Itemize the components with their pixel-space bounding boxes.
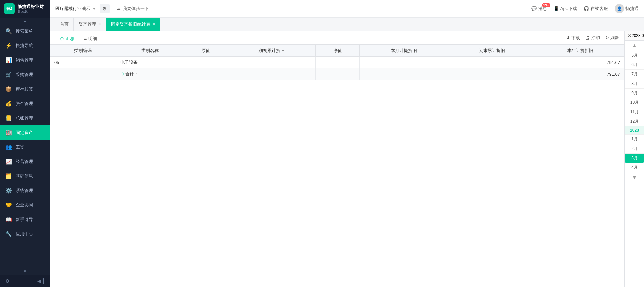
refresh-button[interactable]: ↻ 刷新 bbox=[605, 35, 619, 41]
total-cell-5 bbox=[360, 68, 448, 80]
notification-badge: 99+ bbox=[542, 3, 550, 7]
gear-button[interactable]: ⚙ bbox=[100, 4, 110, 13]
tabs-bar: 首页资产管理✕固定资产折旧统计表✕ bbox=[50, 18, 644, 31]
date-month-prev-1[interactable]: 6月 bbox=[625, 60, 644, 70]
app-name: 畅捷通好业财 bbox=[18, 4, 44, 9]
date-month-curr-2[interactable]: 3月 bbox=[625, 154, 644, 163]
sidebar-item-搜索菜单[interactable]: 🔍搜索菜单 bbox=[0, 24, 50, 38]
sidebar-item-销售管理[interactable]: 📊销售管理 bbox=[0, 53, 50, 67]
right-panel: ✕ 2023.03 ⤢ ▲5月6月7月8月9月10月11月12月20231月2月… bbox=[624, 31, 644, 287]
sidebar-icon-8: 👥 bbox=[5, 144, 12, 150]
date-month-prev-0[interactable]: 5月 bbox=[625, 51, 644, 60]
sidebar-item-工资[interactable]: 👥工资 bbox=[0, 140, 50, 154]
tab-2[interactable]: 固定资产折旧统计表✕ bbox=[106, 18, 160, 31]
panel-scroll-down-button[interactable]: ▼ bbox=[625, 172, 644, 183]
tab-close-1[interactable]: ✕ bbox=[98, 22, 101, 26]
tab-1[interactable]: 资产管理✕ bbox=[74, 18, 106, 31]
online-service-button[interactable]: 🎧 在线客服 bbox=[584, 6, 608, 12]
company-name: 医疗器械行业演示 bbox=[55, 6, 90, 12]
sidebar-item-总账管理[interactable]: 📒总账管理 bbox=[0, 111, 50, 125]
col-header-6: 期末累计折旧 bbox=[448, 45, 536, 57]
tab-0[interactable]: 首页 bbox=[55, 18, 74, 31]
experience-button[interactable]: ☁ 我要体验一下 bbox=[116, 6, 149, 12]
cell-0-3 bbox=[227, 57, 316, 68]
date-month-prev-4[interactable]: 9月 bbox=[625, 89, 644, 98]
sidebar-item-企业协同[interactable]: 🤝企业协同 bbox=[0, 198, 50, 212]
sidebar-item-应用中心[interactable]: 🔧应用中心 bbox=[0, 227, 50, 241]
sub-tab-汇总[interactable]: ⊙汇总 bbox=[55, 34, 79, 44]
company-chevron-icon: ▼ bbox=[92, 7, 96, 11]
date-year-label[interactable]: 2023 bbox=[625, 126, 644, 135]
cell-0-4 bbox=[316, 57, 360, 68]
sidebar-item-经营管理[interactable]: 📈经营管理 bbox=[0, 154, 50, 169]
table-row: 05电子设备791.67 bbox=[50, 57, 624, 68]
company-selector[interactable]: 医疗器械行业演示 ▼ bbox=[55, 6, 96, 12]
sidebar-label-6: 总账管理 bbox=[16, 115, 33, 121]
panel-date-scroll[interactable]: ▲5月6月7月8月9月10月11月12月20231月2月3月4月▼ bbox=[625, 41, 644, 287]
cell-0-2 bbox=[184, 57, 227, 68]
sidebar-label-7: 固定资产 bbox=[16, 130, 33, 136]
sidebar-item-新手引导[interactable]: 📖新手引导 bbox=[0, 212, 50, 227]
sidebar-item-资金管理[interactable]: 💰资金管理 bbox=[0, 96, 50, 111]
sidebar-label-10: 基础信息 bbox=[16, 173, 33, 179]
sidebar-item-快捷导航[interactable]: ⚡快捷导航 bbox=[0, 38, 50, 53]
download-button[interactable]: ⬇ 下载 bbox=[566, 35, 580, 41]
sidebar-label-1: 快捷导航 bbox=[16, 43, 33, 49]
topbar-actions: 💬 消息 99+ 📱 App下载 🎧 在线客服 👤 畅捷通 bbox=[531, 4, 639, 13]
total-expand-icon[interactable]: ⊕ bbox=[120, 71, 124, 76]
sidebar-icon-5: 💰 bbox=[5, 100, 12, 107]
topbar: 医疗器械行业演示 ▼ ⚙ ☁ 我要体验一下 💬 消息 99+ 📱 App下载 🎧… bbox=[50, 0, 644, 18]
date-month-prev-5[interactable]: 10月 bbox=[625, 98, 644, 107]
app-download-label: App下载 bbox=[560, 6, 577, 12]
date-month-prev-2[interactable]: 7月 bbox=[625, 70, 644, 79]
notifications-button[interactable]: 💬 消息 99+ bbox=[531, 6, 547, 12]
user-menu[interactable]: 👤 畅捷通 bbox=[615, 4, 639, 13]
sidebar-label-12: 企业协同 bbox=[16, 202, 33, 208]
download-icon: ⬇ bbox=[566, 35, 570, 40]
sidebar-icon-11: ⚙️ bbox=[5, 187, 12, 194]
sidebar-item-系统管理[interactable]: ⚙️系统管理 bbox=[0, 183, 50, 198]
sidebar-item-采购管理[interactable]: 🛒采购管理 bbox=[0, 67, 50, 82]
notifications-icon: 💬 bbox=[531, 6, 537, 11]
tab-label-0: 首页 bbox=[60, 21, 69, 27]
settings-icon[interactable]: ⚙ bbox=[5, 278, 10, 284]
total-cell-0 bbox=[50, 68, 116, 80]
sidebar-icon-2: 📊 bbox=[5, 57, 12, 63]
sidebar-item-库存核算[interactable]: 📦库存核算 bbox=[0, 82, 50, 96]
date-month-prev-7[interactable]: 12月 bbox=[625, 117, 644, 126]
download-icon: 📱 bbox=[554, 6, 559, 11]
table-body: 05电子设备791.67⊕合计：791.67 bbox=[50, 57, 624, 80]
sidebar-icon-14: 🔧 bbox=[5, 231, 12, 237]
print-button[interactable]: 🖨 打印 bbox=[585, 35, 600, 41]
date-month-curr-1[interactable]: 2月 bbox=[625, 144, 644, 154]
col-header-5: 本月计提折旧 bbox=[360, 45, 448, 57]
sidebar-icon-10: 🗂️ bbox=[5, 173, 12, 179]
sub-tab-明细[interactable]: ≡明细 bbox=[79, 34, 102, 44]
app-download-button[interactable]: 📱 App下载 bbox=[554, 6, 577, 12]
sidebar-icon-3: 🛒 bbox=[5, 71, 12, 78]
tab-close-2[interactable]: ✕ bbox=[152, 22, 155, 26]
total-cell-4 bbox=[316, 68, 360, 80]
sidebar-scroll-up[interactable]: ▲ bbox=[0, 18, 50, 24]
date-month-curr-0[interactable]: 1月 bbox=[625, 135, 644, 144]
date-month-prev-3[interactable]: 8月 bbox=[625, 79, 644, 89]
collapse-icon[interactable]: ◀▐ bbox=[37, 278, 44, 284]
date-month-prev-6[interactable]: 11月 bbox=[625, 107, 644, 117]
sidebar-label-14: 应用中心 bbox=[16, 231, 33, 237]
report-area: ⊙汇总≡明细 ⬇ 下载 🖨 打印 ↻ 刷新 bbox=[50, 31, 624, 287]
sidebar-label-0: 搜索菜单 bbox=[16, 28, 33, 34]
username-label: 畅捷通 bbox=[625, 6, 639, 12]
sidebar-item-固定资产[interactable]: 🏭固定资产 bbox=[0, 125, 50, 140]
date-month-curr-3[interactable]: 4月 bbox=[625, 163, 644, 172]
panel-close-button[interactable]: ✕ bbox=[627, 33, 632, 38]
sidebar-scroll-down[interactable]: ▼ bbox=[0, 268, 50, 275]
sidebar-icon-9: 📈 bbox=[5, 158, 12, 165]
sidebar-item-基础信息[interactable]: 🗂️基础信息 bbox=[0, 169, 50, 183]
table-header-row: 类别编码类别名称原值期初累计折旧净值本月计提折旧期末累计折旧本年计提折旧 bbox=[50, 45, 624, 57]
total-cell-3 bbox=[227, 68, 316, 80]
panel-scroll-up-button[interactable]: ▲ bbox=[625, 41, 644, 51]
total-cell-7: 791.67 bbox=[536, 68, 624, 80]
sub-tab-icon-1: ≡ bbox=[84, 36, 87, 41]
sidebar-scroll-wrapper: 🔍搜索菜单⚡快捷导航📊销售管理🛒采购管理📦库存核算💰资金管理📒总账管理🏭固定资产… bbox=[0, 24, 50, 268]
tab-label-1: 资产管理 bbox=[79, 21, 96, 27]
